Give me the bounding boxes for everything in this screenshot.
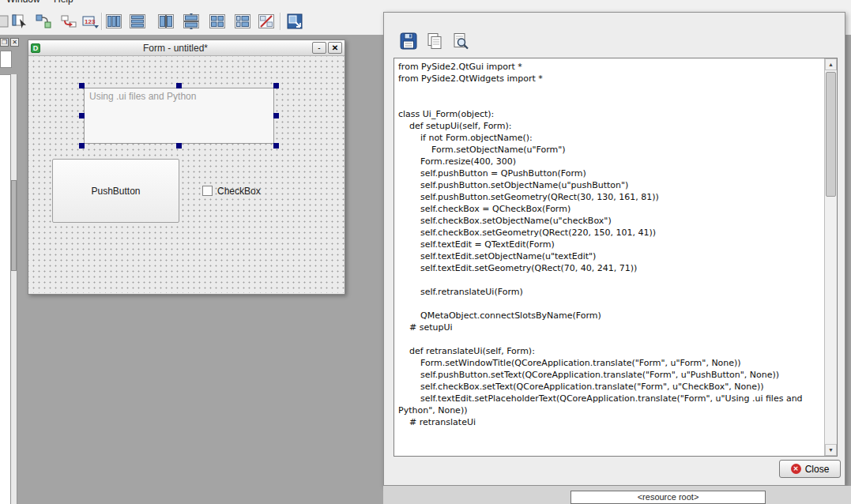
tab-order-123-label: 123 [85,18,96,25]
layout-form-icon[interactable] [232,11,253,32]
form-canvas[interactable]: Using .ui files and Python PushButton Ch… [28,56,345,293]
find-icon[interactable] [450,31,471,51]
code-view[interactable]: from PySide2.QtGui import * from PySide2… [393,58,838,457]
resource-root-item[interactable]: <resource root> [570,491,766,504]
selection-handle-bottom-center[interactable] [176,143,182,149]
checkbox-indicator[interactable] [202,186,213,196]
dock-float-icon[interactable]: ❐ [0,38,9,47]
layout-horizontal-splitter-icon[interactable] [156,11,176,32]
edit-widgets-icon[interactable] [9,11,30,32]
scroll-up-icon[interactable]: ▲ [825,58,837,70]
layout-vertical-splitter-icon[interactable] [181,11,201,32]
scroll-down-icon[interactable]: ▼ [825,444,837,456]
close-red-x-icon: ✕ [791,464,801,474]
edit-buddies-icon[interactable] [58,11,79,32]
widgetbox-scrollbar[interactable] [11,74,17,504]
selection-handle-bottom-right[interactable] [273,143,279,149]
resource-browser-panel: <resource root> [383,486,851,504]
selection-handle-mid-right[interactable] [273,113,279,118]
textedit-widget[interactable]: Using .ui files and Python [84,88,274,144]
copy-icon[interactable] [424,31,445,51]
widgetbox-scrollbar-thumb[interactable] [11,180,17,271]
designer-form-window: D Form - untitled* - ✕ Using .ui files a… [28,39,345,295]
form-file-icon: D [31,43,40,53]
toolbar-separator [280,13,281,30]
edit-tab-order-icon[interactable]: 123 [81,11,101,32]
layout-vertical-icon[interactable] [127,11,148,32]
form-window-titlebar[interactable]: D Form - untitled* - ✕ [28,40,345,56]
pushbutton-widget[interactable]: PushButton [52,159,179,223]
menu-help[interactable]: Help [54,0,73,5]
widgetbox-filter-input[interactable] [0,51,12,68]
layout-grid-icon[interactable] [207,11,228,32]
adjust-size-icon[interactable] [284,11,305,32]
toolbar-separator [101,13,103,30]
selection-handle-bottom-left[interactable] [79,143,85,149]
selection-handle-top-left[interactable] [79,83,85,88]
checkbox-label: CheckBox [217,186,261,197]
dock-close-icon[interactable]: ✕ [10,38,19,47]
break-layout-icon[interactable] [256,11,277,32]
code-vertical-scrollbar[interactable]: ▲ ▼ [824,58,837,456]
selection-handle-top-center[interactable] [176,83,182,88]
code-scrollbar-thumb[interactable] [826,72,836,197]
selection-handle-top-right[interactable] [273,83,279,88]
generated-python-code: from PySide2.QtGui import * from PySide2… [398,61,821,428]
close-button[interactable]: ✕ Close [779,460,841,478]
form-close-button[interactable]: ✕ [328,42,342,54]
form-window-title: Form - untitled* [40,43,311,54]
widget-box-panel [0,74,11,504]
menubar: Window Help [0,0,851,7]
form-minimize-button[interactable]: - [312,42,326,54]
checkbox-widget[interactable]: CheckBox [202,175,282,207]
selection-handle-mid-left[interactable] [79,113,85,118]
edit-signals-slots-icon[interactable] [33,11,54,32]
close-button-label: Close [805,464,830,475]
menu-window[interactable]: Window [6,0,40,5]
layout-horizontal-icon[interactable] [104,11,124,32]
save-icon[interactable] [398,31,419,51]
code-preview-dialog: from PySide2.QtGui import * from PySide2… [383,12,845,486]
